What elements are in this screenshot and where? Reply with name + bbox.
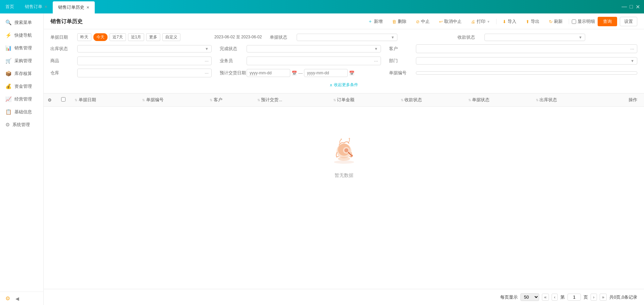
dept-select[interactable]: ▼ xyxy=(416,57,637,65)
sidebar-item-basic-info[interactable]: 📋 基础信息 xyxy=(0,106,43,118)
sidebar-collapse-icon[interactable]: ◀ xyxy=(15,296,19,301)
delivery-date-start[interactable] xyxy=(247,69,290,77)
col-receipt-status[interactable]: ⇅ 收款状态 xyxy=(397,93,464,107)
print-button[interactable]: 🖨 打印 ▼ xyxy=(468,17,493,26)
svg-point-4 xyxy=(344,148,348,152)
finance-icon: 💰 xyxy=(5,83,12,89)
sidebar-item-operations[interactable]: 📈 经营管理 xyxy=(0,93,43,106)
delete-button[interactable]: 🗑 删除 xyxy=(389,17,410,26)
empty-text: 暂无数据 xyxy=(335,173,353,179)
empty-state: 暂无数据 xyxy=(44,107,644,205)
bill-status-select[interactable]: ▼ xyxy=(297,34,397,41)
sidebar-item-label: 快捷导航 xyxy=(14,32,32,38)
main-content: 销售订单历史 ＋ 新增 🗑 删除 ⊘ 中止 ↩ 取消中止 xyxy=(44,13,644,305)
sidebar-item-label: 资金管理 xyxy=(14,83,32,89)
filter-row-2: 出库状态 ▼ 完成状态 ▼ 客户 xyxy=(50,44,637,53)
date-label: 单据日期 xyxy=(50,34,77,40)
date-btn-yesterday[interactable]: 昨天 xyxy=(77,33,91,41)
page-number-input[interactable] xyxy=(567,294,581,301)
add-button[interactable]: ＋ 新增 xyxy=(364,17,386,26)
col-check[interactable] xyxy=(57,93,71,107)
stop-button[interactable]: ⊘ 中止 xyxy=(413,17,433,26)
customer-dots-icon: ··· xyxy=(630,46,634,51)
top-bar: 首页 销售订单 ✕ 销售订单历史 ✕ — □ ✕ xyxy=(0,0,644,13)
complete-status-select[interactable]: ▼ xyxy=(247,45,381,52)
data-table: ⚙ ⇅ 单据日期 ⇅ 单据编号 xyxy=(44,93,644,205)
calendar-end-icon[interactable]: 📅 xyxy=(349,71,354,76)
date-btn-custom[interactable]: 自定义 xyxy=(162,33,180,41)
show-detail-checkbox-label[interactable]: 显示明细 xyxy=(572,18,595,25)
tab-sales-order-close[interactable]: ✕ xyxy=(44,5,47,9)
page-label-post: 页 xyxy=(584,294,588,300)
sidebar-item-sales-mgmt[interactable]: 📊 销售管理 xyxy=(0,42,43,54)
tab-home[interactable]: 首页 xyxy=(0,0,19,13)
sidebar-item-quick-nav[interactable]: ⚡ 快捷导航 xyxy=(0,29,43,42)
warehouse-input[interactable]: ··· xyxy=(77,69,212,77)
window-close-icon[interactable]: ✕ xyxy=(636,4,640,10)
window-minimize-icon[interactable]: — xyxy=(621,4,627,10)
receipt-status-select[interactable]: ▼ xyxy=(484,34,585,41)
page-size-select[interactable]: 50 10 20 100 xyxy=(520,293,539,301)
svg-point-9 xyxy=(339,144,340,145)
date-btn-7days[interactable]: 近7天 xyxy=(110,33,126,41)
col-bill-number[interactable]: ⇅ 单据编号 xyxy=(138,93,206,107)
col-bill-status[interactable]: ⇅ 单据状态 xyxy=(464,93,532,107)
out-status-select[interactable]: ▼ xyxy=(77,45,212,52)
goods-input[interactable]: ··· xyxy=(77,56,212,65)
sort-icon: ⇅ xyxy=(257,98,260,102)
refresh-button[interactable]: ↻ 刷新 xyxy=(546,17,566,26)
show-detail-checkbox[interactable] xyxy=(572,20,576,24)
export-button[interactable]: ⬆ 导出 xyxy=(522,17,543,26)
sidebar-item-purchase-mgmt[interactable]: 🛒 采购管理 xyxy=(0,54,43,67)
tab-sales-order[interactable]: 销售订单 ✕ xyxy=(19,0,53,13)
quick-nav-icon: ⚡ xyxy=(5,32,12,38)
bill-number-input[interactable] xyxy=(416,71,637,75)
customer-input[interactable]: ··· xyxy=(416,44,637,53)
col-settings[interactable]: ⚙ xyxy=(44,93,57,107)
prev-page-button[interactable]: ‹ xyxy=(552,294,558,301)
date-btn-more[interactable]: 更多 xyxy=(146,33,160,41)
select-all-checkbox[interactable] xyxy=(61,97,66,102)
tab-sales-order-history-close[interactable]: ✕ xyxy=(86,5,89,10)
filter-item-goods: 商品 ··· xyxy=(50,56,212,65)
sidebar-item-label: 基础信息 xyxy=(14,109,32,115)
date-filter: 昨天 今天 近7天 近1月 更多 自定义 xyxy=(77,33,180,41)
col-bill-date[interactable]: ⇅ 单据日期 xyxy=(71,93,138,107)
date-range-text: 2023-06-02 至 2023-06-02 xyxy=(214,34,262,40)
col-out-status[interactable]: ⇅ 出库状态 xyxy=(532,93,599,107)
sort-icon: ⇅ xyxy=(142,98,145,102)
col-customer[interactable]: ⇅ 客户 xyxy=(206,93,253,107)
sidebar-item-finance[interactable]: 💰 资金管理 xyxy=(0,80,43,93)
date-btn-1month[interactable]: 近1月 xyxy=(128,33,144,41)
col-order-amount[interactable]: ⇅ 订单金额 xyxy=(329,93,397,107)
sidebar-settings-icon[interactable]: ⚙ xyxy=(5,295,10,302)
salesperson-input[interactable]: ··· xyxy=(247,56,381,65)
sidebar-item-label: 经营管理 xyxy=(14,96,32,102)
dept-chevron-icon: ▼ xyxy=(631,59,634,63)
date-btn-today[interactable]: 今天 xyxy=(93,33,108,41)
sidebar-item-system-mgmt[interactable]: ⚙ 系统管理 xyxy=(0,118,43,131)
collapse-bar[interactable]: ∧ 收起更多条件 xyxy=(50,81,637,89)
search-menu-icon: 🔍 xyxy=(5,20,12,26)
tab-sales-order-history[interactable]: 销售订单历史 ✕ xyxy=(53,1,95,13)
next-page-button[interactable]: › xyxy=(591,294,597,301)
export-icon: ⬆ xyxy=(526,19,529,24)
query-button[interactable]: 查询 xyxy=(598,17,617,26)
basic-info-icon: 📋 xyxy=(5,109,12,115)
filter-item-customer: 客户 ··· xyxy=(389,44,637,53)
cancel-stop-button[interactable]: ↩ 取消中止 xyxy=(436,17,465,26)
import-button[interactable]: ⬇ 导入 xyxy=(499,17,520,26)
last-page-button[interactable]: » xyxy=(600,294,607,301)
sort-icon: ⇅ xyxy=(468,98,471,102)
warehouse-dots-icon: ··· xyxy=(205,70,209,76)
first-page-button[interactable]: « xyxy=(542,294,549,301)
table-settings-icon[interactable]: ⚙ xyxy=(48,98,52,103)
window-maximize-icon[interactable]: □ xyxy=(630,4,633,10)
calendar-start-icon[interactable]: 📅 xyxy=(292,71,297,76)
setting-button[interactable]: 设置 xyxy=(620,17,637,26)
filter-item-salesperson: 业务员 ··· xyxy=(220,56,381,65)
col-delivery-date[interactable]: ⇅ 预计交货... xyxy=(253,93,329,107)
delivery-date-end[interactable] xyxy=(304,69,348,77)
sidebar-item-search-menu[interactable]: 🔍 搜索菜单 xyxy=(0,16,43,29)
sidebar-item-inventory[interactable]: 📦 库存核算 xyxy=(0,67,43,80)
